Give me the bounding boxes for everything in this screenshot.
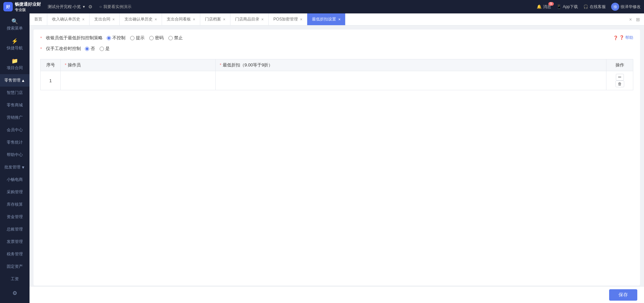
radio-forbid[interactable]: 禁止 (168, 35, 183, 41)
folder-icon: 📁 (11, 58, 18, 64)
tab-close-income-confirm-history[interactable]: × (82, 17, 85, 22)
tab-label-payment-contract-board: 支出合同看板 (167, 16, 191, 22)
sidebar-item-invoice-mgmt[interactable]: 发票管理 (0, 236, 30, 248)
app-download-button[interactable]: 📱 App下载 (556, 4, 578, 10)
sidebar-item-wholesale-mgmt[interactable]: 批发管理 ▼ (0, 161, 30, 173)
chevron-down-icon: ▾ (83, 4, 85, 9)
tab-pos-password-mgmt[interactable]: POS加密管理 × (269, 13, 307, 26)
radio-forbid-label: 禁止 (174, 35, 183, 41)
tab-close-payment-confirm-history[interactable]: × (155, 17, 157, 22)
manual-price-label: 仅手工改价时控制 (46, 46, 81, 52)
tab-store-product-catalog[interactable]: 门店商品目录 × (230, 13, 269, 26)
tab-home[interactable]: 首页 (30, 13, 47, 26)
sidebar-label-ecommerce: 小畅电商 (7, 177, 23, 183)
sidebar-item-retail-mgmt[interactable]: 零售管理 ▲ (0, 74, 30, 87)
sidebar-item-retail-stats[interactable]: 零售统计 (0, 136, 30, 149)
cell-seq-1: 1 (41, 71, 61, 90)
sidebar-item-marketing[interactable]: 营销推广 (0, 111, 30, 124)
app-edition: 专业版 (15, 7, 41, 12)
tab-close-payment-contract-board[interactable]: × (193, 17, 195, 22)
sidebar-item-tax-mgmt[interactable]: 税务管理 (0, 248, 30, 260)
messages-badge: 9 (548, 2, 554, 6)
tab-label-min-discount-settings: 最低折扣设置 (312, 16, 336, 22)
tab-payment-contract-board[interactable]: 支出合同看板 × (162, 13, 200, 26)
sidebar-item-shortcut[interactable]: ⚡ 快捷导航 (0, 35, 30, 54)
radio-prompt[interactable]: 提示 (130, 35, 145, 41)
demo-text: 我要看实例演示 (103, 4, 131, 10)
tab-expand-button[interactable]: ⊞ (635, 16, 641, 23)
tab-close-min-discount-settings[interactable]: × (338, 17, 340, 22)
logo-icon: 好 (3, 2, 13, 11)
sidebar-item-project-contract[interactable]: 📁 项目合同 (0, 54, 30, 74)
sidebar-label-smart-store: 智慧门店 (7, 90, 23, 96)
sidebar-item-help-center[interactable]: 帮助中心 (0, 149, 30, 161)
sidebar-item-purchase-mgmt[interactable]: 采购管理 (0, 186, 30, 198)
messages-button[interactable]: 🔔 消息 9 (537, 4, 551, 10)
tab-label-store-product-catalog: 门店商品目录 (235, 16, 259, 22)
settings-icon[interactable]: ⚙ (88, 4, 93, 9)
tab-min-discount-settings[interactable]: 最低折扣设置 × (307, 13, 345, 26)
cell-operator-1 (61, 71, 216, 90)
tabs-bar: 首页 收入确认单历史 × 支出合同 × 支出确认单历史 × 支出合同看板 × 门… (30, 13, 644, 26)
sidebar-item-ecommerce[interactable]: 小畅电商 (0, 173, 30, 186)
wholesale-mgmt-label: 批发管理 (4, 164, 20, 170)
edit-button-1[interactable]: ✏ (616, 74, 624, 81)
tab-payment-contract[interactable]: 支出合同 × (90, 13, 120, 26)
download-icon: 📱 (556, 4, 561, 9)
tab-label-pos-password-mgmt: POS加密管理 (273, 16, 298, 22)
radio-password[interactable]: 密码 (149, 35, 164, 41)
project-selector[interactable]: 测试分开完程·小览 ▾ (48, 4, 85, 10)
app-download-label: App下载 (563, 4, 578, 10)
sidebar-item-retail-mall[interactable]: 零售商城 (0, 99, 30, 111)
sidebar-label-fixed-assets: 固定资产 (7, 264, 23, 269)
tab-income-confirm-history[interactable]: 收入确认单历史 × (47, 13, 90, 26)
sidebar-settings-icon[interactable]: ⚙ (11, 287, 18, 300)
sidebar-item-payroll[interactable]: 工资 (0, 273, 30, 285)
sidebar-item-search[interactable]: 🔍 搜索菜单 (0, 15, 30, 35)
cell-min-discount-1 (216, 71, 606, 90)
save-button[interactable]: 保存 (609, 289, 637, 301)
user-profile-button[interactable]: 徐 徐泽华修改 (611, 3, 641, 11)
radio-yes[interactable]: 是 (100, 46, 110, 52)
content-area: ❓ ❓ 帮助 * 收银员低于最低折扣控制策略 不控制 提示 (30, 26, 644, 286)
project-name: 测试分开完程·小览 (48, 4, 81, 10)
sidebar-label-tax-mgmt: 税务管理 (7, 251, 23, 257)
table-body: 1 ✏ 🗑 (41, 71, 633, 90)
demo-link[interactable]: ○ 我要看实例演示 (99, 4, 131, 10)
required-star-2: * (40, 46, 42, 51)
radio-no[interactable]: 否 (85, 46, 95, 52)
tab-close-store-product-catalog[interactable]: × (261, 17, 264, 22)
discount-table: 序号 * 操作员 * 最低折扣（9.00等于9折） 操作 (40, 59, 633, 90)
col-header-seq: 序号 (41, 59, 61, 71)
sidebar-item-general-ledger[interactable]: 总账管理 (0, 223, 30, 236)
tab-label-payment-contract: 支出合同 (94, 16, 110, 22)
required-col-star: * (65, 62, 68, 67)
radio-no-label: 否 (91, 46, 95, 52)
sidebar-item-fixed-assets[interactable]: 固定资产 (0, 260, 30, 273)
sidebar-item-member-center[interactable]: 会员中心 (0, 124, 30, 136)
help-link[interactable]: ❓ ❓ 帮助 (613, 35, 633, 41)
sidebar-item-smart-store[interactable]: 智慧门店 (0, 87, 30, 99)
cashier-control-radio-group: 不控制 提示 密码 禁止 (107, 35, 183, 41)
headset-icon: 🎧 (583, 4, 588, 9)
tab-close-pos-password-mgmt[interactable]: × (300, 17, 302, 22)
radio-no-control[interactable]: 不控制 (107, 35, 125, 41)
tab-close-payment-contract[interactable]: × (112, 17, 115, 22)
sidebar-label-marketing: 营销推广 (7, 115, 23, 120)
online-support-button[interactable]: 🎧 在线客服 (583, 4, 606, 10)
sidebar-item-finance[interactable]: 资金管理 (0, 211, 30, 223)
tab-store-archives[interactable]: 门店档案 × (200, 13, 230, 26)
manual-price-radio-group: 否 是 (85, 46, 110, 52)
tab-close-all-button[interactable]: × (628, 16, 633, 23)
username-label: 徐泽华修改 (621, 4, 641, 10)
tab-payment-confirm-history[interactable]: 支出确认单历史 × (120, 13, 162, 26)
sidebar-item-inventory[interactable]: 库存核算 (0, 198, 30, 211)
required-star-1: * (40, 36, 42, 41)
tabs-actions: × ⊞ (625, 16, 644, 23)
sidebar-label-general-ledger: 总账管理 (7, 226, 23, 232)
radio-yes-label: 是 (105, 46, 110, 52)
sidebar-label-retail-stats: 零售统计 (7, 140, 23, 145)
app-logo: 好 畅捷通好业财 专业版 (3, 1, 41, 12)
tab-close-store-archives[interactable]: × (223, 17, 225, 22)
delete-button-1[interactable]: 🗑 (615, 81, 624, 87)
